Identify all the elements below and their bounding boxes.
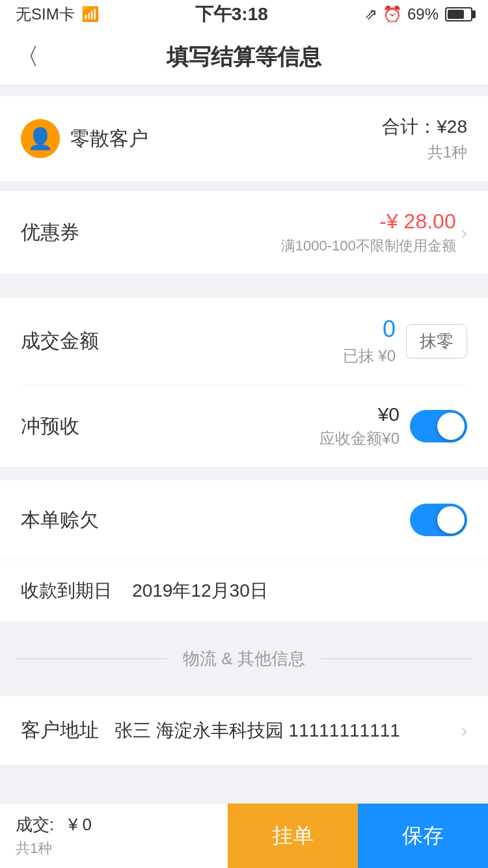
nav-bar: 〈 填写结算等信息 (0, 29, 488, 86)
due-date-value: 2019年12月30日 (132, 580, 268, 601)
transaction-row: 成交金额 0 已抹 ¥0 抹零 (21, 297, 467, 385)
bottom-bar: 成交: ¥ 0 共1种 挂单 保存 (0, 803, 488, 868)
logistics-label: 物流 & 其他信息 (183, 647, 305, 670)
coupon-info: -¥ 28.00 满1000-100不限制使用金额 (281, 210, 456, 256)
customer-name: 零散客户 (70, 126, 148, 152)
round-off-button[interactable]: 抹零 (406, 324, 467, 359)
address-label: 客户地址 (21, 717, 99, 744)
wifi-icon: 📶 (81, 6, 99, 23)
avatar: 👤 (21, 119, 60, 158)
customer-card: 👤 零散客户 合计：¥28 共1种 (0, 96, 488, 181)
prepayment-amount: ¥0 (319, 403, 400, 426)
prepayment-toggle[interactable] (410, 410, 467, 442)
bottom-deal-text: 成交: ¥ 0 (16, 813, 212, 836)
alarm-icon: ⏰ (383, 5, 402, 23)
logistics-separator: 物流 & 其他信息 (0, 634, 488, 683)
total-amount: 合计：¥28 (382, 115, 467, 139)
prepayment-right: ¥0 应收金额¥0 (319, 403, 467, 449)
coupon-row[interactable]: 优惠券 -¥ 28.00 满1000-100不限制使用金额 › (0, 191, 488, 274)
address-value: 张三 海淀永丰科技园 11111111111 (115, 718, 461, 743)
transaction-right: 0 已抹 ¥0 抹零 (343, 316, 467, 366)
debt-row: 本单赊欠 (21, 480, 467, 560)
save-label: 保存 (402, 822, 444, 850)
pending-button[interactable]: 挂单 (228, 804, 358, 868)
save-button[interactable]: 保存 (358, 804, 488, 868)
section-gap-1 (0, 284, 488, 297)
customer-left: 👤 零散客户 (21, 119, 148, 158)
section-gap-3 (0, 621, 488, 634)
due-date-row: 收款到期日 2019年12月30日 (0, 560, 488, 621)
transaction-sub: 已抹 ¥0 (343, 346, 396, 366)
prepayment-info: ¥0 应收金额¥0 (319, 403, 400, 449)
customer-row: 👤 零散客户 合计：¥28 共1种 (0, 96, 488, 181)
address-chevron-icon: › (461, 720, 467, 741)
prepayment-row: 冲预收 ¥0 应收金额¥0 (21, 385, 467, 467)
status-right: ⇗ ⏰ 69% (364, 5, 472, 23)
coupon-label: 优惠券 (21, 219, 79, 246)
carrier-label: 无SIM卡 (16, 4, 75, 25)
section-gap-2 (0, 467, 488, 480)
bottom-info: 成交: ¥ 0 共1种 (0, 804, 228, 868)
coupon-desc: 满1000-100不限制使用金额 (281, 236, 456, 256)
prepayment-sub: 应收金额¥0 (319, 428, 400, 449)
customer-right: 合计：¥28 共1种 (382, 115, 467, 163)
address-section[interactable]: 客户地址 张三 海淀永丰科技园 11111111111 › (0, 696, 488, 765)
transaction-amount-value[interactable]: 0 (343, 316, 396, 343)
debt-label: 本单赊欠 (21, 507, 99, 534)
back-button[interactable]: 〈 (16, 41, 39, 73)
status-bar: 无SIM卡 📶 下午3:18 ⇗ ⏰ 69% (0, 0, 488, 29)
address-row[interactable]: 客户地址 张三 海淀永丰科技园 11111111111 › (21, 696, 467, 765)
transaction-label: 成交金额 (21, 328, 99, 355)
due-date-text: 收款到期日 2019年12月30日 (21, 580, 268, 601)
coupon-discount: -¥ 28.00 (281, 210, 456, 234)
battery-icon (445, 7, 472, 21)
avatar-icon: 👤 (27, 126, 53, 151)
chevron-right-icon: › (461, 223, 467, 243)
coupon-right: -¥ 28.00 满1000-100不限制使用金额 › (281, 210, 467, 256)
bottom-count: 共1种 (16, 839, 212, 858)
debt-toggle[interactable] (410, 504, 467, 536)
bottom-deal-amount: ¥ 0 (68, 815, 92, 834)
coupon-card[interactable]: 优惠券 -¥ 28.00 满1000-100不限制使用金额 › (0, 191, 488, 274)
status-left: 无SIM卡 📶 (16, 4, 99, 25)
pending-label: 挂单 (272, 822, 314, 850)
prepayment-label: 冲预收 (21, 413, 79, 440)
transaction-section: 成交金额 0 已抹 ¥0 抹零 冲预收 ¥0 应收金额¥0 (0, 297, 488, 467)
debt-section: 本单赊欠 (0, 480, 488, 560)
location-icon: ⇗ (364, 5, 377, 23)
debt-toggle-knob (437, 506, 465, 534)
due-date-label: 收款到期日 (21, 580, 112, 601)
battery-percent: 69% (407, 5, 439, 23)
time-label: 下午3:18 (195, 2, 268, 27)
bottom-deal-label: 成交: (16, 815, 54, 834)
total-count: 共1种 (382, 142, 467, 163)
page-title: 填写结算等信息 (167, 42, 321, 72)
toggle-knob (437, 413, 465, 440)
section-gap-4 (0, 683, 488, 696)
